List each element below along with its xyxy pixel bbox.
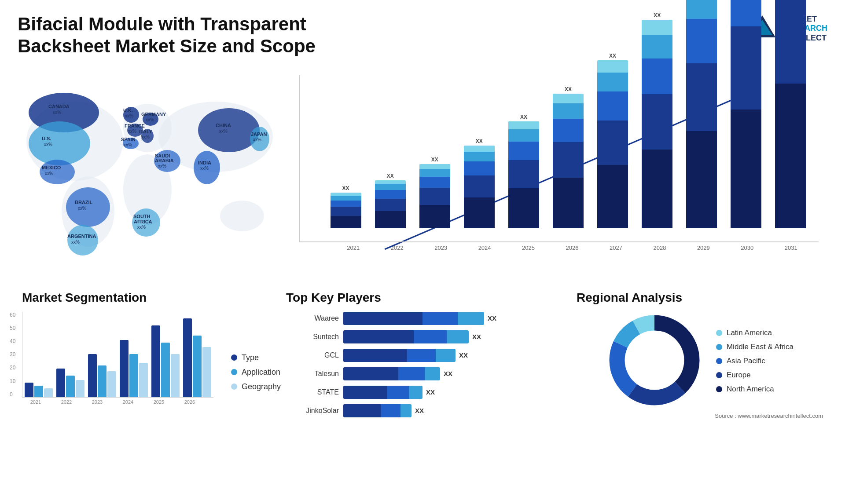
player-xx-label: XX	[426, 388, 435, 396]
svg-text:xx%: xx%	[253, 137, 261, 142]
bar-column: XX	[549, 86, 587, 228]
legend-asia: Asia Pacific	[716, 357, 794, 365]
players-section: Top Key Players WaareeXXSuntechXXGCLXXTa…	[282, 286, 563, 427]
svg-point-62	[632, 337, 677, 383]
svg-text:GERMANY: GERMANY	[141, 112, 166, 117]
source-text: Source : www.marketresearchintellect.com	[577, 413, 823, 419]
svg-text:xx%: xx%	[128, 129, 136, 134]
page-title: Bifacial Module with Transparent Backshe…	[18, 13, 370, 58]
svg-text:xx%: xx%	[219, 129, 228, 134]
legend-geography: Geography	[231, 382, 281, 391]
bar-column: XX	[415, 157, 454, 228]
legend-latin: Latin America	[716, 329, 794, 337]
northam-dot	[716, 386, 722, 392]
player-row: STATEXX	[286, 386, 559, 399]
svg-text:JAPAN: JAPAN	[251, 131, 267, 137]
svg-text:BRAZIL: BRAZIL	[75, 200, 93, 205]
mea-dot	[716, 344, 722, 350]
player-name: JinkoSolar	[286, 407, 339, 415]
player-xx-label: XX	[472, 333, 481, 340]
player-row: GCLXX	[286, 349, 559, 362]
player-row: SuntechXX	[286, 330, 559, 343]
bottom-row: Market Segmentation 0102030405060 202120…	[18, 286, 827, 427]
svg-text:xx%: xx%	[45, 171, 53, 176]
svg-point-17	[66, 187, 110, 227]
svg-text:xx%: xx%	[124, 142, 132, 147]
page-wrapper: Bifacial Module with Transparent Backshe…	[0, 0, 845, 504]
bar-column: XX	[727, 0, 765, 228]
bar-column: XX	[638, 12, 676, 228]
player-row: JinkoSolarXX	[286, 404, 559, 417]
geo-dot	[231, 383, 237, 390]
segmentation-section: Market Segmentation 0102030405060 202120…	[18, 286, 273, 427]
svg-text:xx%: xx%	[78, 206, 86, 211]
player-name: Talesun	[286, 370, 339, 378]
svg-text:xx%: xx%	[158, 164, 166, 168]
seg-bar-group	[25, 383, 53, 397]
svg-text:SOUTH: SOUTH	[133, 214, 151, 219]
player-xx-label: XX	[444, 370, 452, 377]
donut-chart	[606, 312, 703, 410]
svg-text:CHINA: CHINA	[216, 123, 231, 128]
svg-text:xx%: xx%	[141, 135, 150, 139]
map-section: CANADA xx% U.S. xx% MEXICO xx% BRAZIL xx…	[18, 66, 282, 278]
players-title: Top Key Players	[286, 291, 559, 305]
player-xx-label: XX	[488, 314, 496, 322]
world-map: CANADA xx% U.S. xx% MEXICO xx% BRAZIL xx…	[18, 66, 282, 278]
seg-bar-group	[183, 318, 211, 397]
type-dot	[231, 354, 237, 361]
bar-column: XX	[327, 185, 365, 228]
regional-section: Regional Analysis	[572, 286, 827, 427]
legend-northam: North America	[716, 385, 794, 394]
bar-column: XX	[504, 114, 543, 228]
main-grid: CANADA xx% U.S. xx% MEXICO xx% BRAZIL xx…	[18, 66, 827, 427]
player-row: WaareeXX	[286, 312, 559, 325]
svg-text:U.K.: U.K.	[123, 108, 133, 113]
app-dot	[231, 369, 237, 375]
europe-dot	[716, 372, 722, 378]
player-name: Suntech	[286, 333, 339, 341]
legend-mea: Middle East & Africa	[716, 343, 794, 351]
bar-column: XX	[371, 173, 409, 228]
segmentation-title: Market Segmentation	[22, 291, 268, 305]
player-row: TalesunXX	[286, 367, 559, 380]
legend-application: Application	[231, 368, 281, 377]
player-name: GCL	[286, 351, 339, 359]
svg-text:xx%: xx%	[71, 240, 80, 245]
svg-text:INDIA: INDIA	[198, 160, 211, 165]
svg-point-46	[198, 108, 260, 152]
svg-text:ITALY: ITALY	[139, 129, 153, 134]
players-bars: WaareeXXSuntechXXGCLXXTalesunXXSTATEXXJi…	[286, 312, 559, 417]
svg-text:xx%: xx%	[125, 113, 133, 118]
seg-bar-group	[151, 325, 180, 397]
asia-dot	[716, 358, 722, 364]
main-chart-section: XXXXXXXXXXXXXXXXXXXXXX 20212022202320242…	[290, 66, 827, 278]
regional-legend: Latin America Middle East & Africa Asia …	[716, 329, 794, 394]
svg-text:FRANCE: FRANCE	[125, 123, 145, 128]
regional-content: Latin America Middle East & Africa Asia …	[577, 312, 823, 410]
player-xx-label: XX	[415, 407, 424, 414]
svg-text:ARABIA: ARABIA	[155, 158, 174, 163]
player-name: STATE	[286, 388, 339, 396]
seg-bar-group	[88, 354, 116, 397]
regional-title: Regional Analysis	[577, 291, 823, 305]
svg-point-11	[29, 121, 90, 165]
svg-text:xx%: xx%	[200, 166, 209, 171]
svg-text:SPAIN: SPAIN	[121, 137, 136, 142]
svg-text:xx%: xx%	[137, 225, 146, 230]
legend-type: Type	[231, 353, 281, 362]
bar-column: XX	[683, 0, 721, 228]
bar-column: XX	[594, 53, 632, 228]
player-xx-label: XX	[459, 351, 468, 359]
svg-text:xx%: xx%	[146, 117, 154, 122]
svg-text:xx%: xx%	[53, 110, 61, 115]
bar-column: XX	[772, 0, 810, 228]
seg-bar-group	[120, 340, 148, 397]
latin-dot	[716, 330, 722, 336]
svg-text:AFRICA: AFRICA	[134, 219, 152, 224]
seg-legend: Type Application Geography	[222, 353, 281, 405]
svg-text:MEXICO: MEXICO	[42, 165, 61, 170]
svg-text:U.S.: U.S.	[42, 136, 51, 141]
player-name: Waaree	[286, 314, 339, 322]
svg-text:CANADA: CANADA	[48, 104, 70, 109]
